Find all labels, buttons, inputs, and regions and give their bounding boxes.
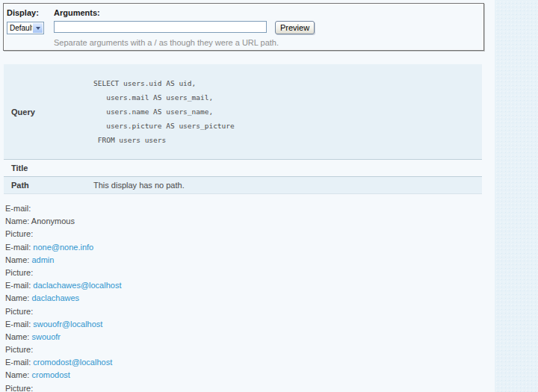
picture-label: Picture:	[5, 307, 33, 316]
display-select-value: Defaults	[7, 24, 32, 32]
name-label: Name:	[5, 217, 31, 225]
info-row-value	[93, 160, 482, 177]
arguments-column: Arguments: Preview Separate arguments wi…	[54, 8, 477, 50]
result-field-name: Name: daclachawes	[5, 292, 489, 305]
email-label: E-mail:	[5, 358, 33, 367]
picture-label: Picture:	[5, 384, 33, 392]
name-label: Name:	[5, 332, 31, 341]
email-label: E-mail:	[5, 243, 33, 252]
name-value: Anonymous	[31, 217, 75, 225]
result-field-email: E-mail: daclachawes@localhost	[5, 279, 489, 292]
info-row-label: Query	[4, 64, 93, 160]
display-column: Display: Defaults	[7, 8, 54, 50]
arguments-input[interactable]	[54, 21, 267, 33]
info-table-row-title: Title	[4, 160, 482, 177]
email-link[interactable]: swouofr@localhost	[33, 320, 102, 329]
result-field-name: Name: admin	[5, 254, 489, 267]
preview-controls-fieldset: Display: Defaults Arguments: Preview Sep…	[3, 3, 484, 51]
info-row-label: Title	[4, 160, 93, 177]
arguments-label: Arguments:	[54, 8, 477, 18]
result-field-email: E-mail:	[5, 202, 489, 215]
view-info-table: QuerySELECT users.uid AS uid, users.mail…	[4, 64, 482, 194]
select-dropdown-button[interactable]	[32, 22, 43, 34]
email-link[interactable]: cromodost@localhost	[33, 358, 112, 367]
result-field-email: E-mail: none@none.info	[5, 241, 489, 254]
name-link[interactable]: swouofr	[31, 332, 61, 341]
result-field-picture: Picture:	[5, 343, 489, 356]
result-field-email: E-mail: cromodost@localhost	[5, 356, 489, 369]
arguments-row: Preview	[54, 21, 477, 34]
result-field-picture: Picture:	[5, 228, 489, 240]
views-preview-page: Display: Defaults Arguments: Preview Sep…	[0, 0, 538, 392]
preview-button[interactable]: Preview	[275, 21, 315, 34]
name-label: Name:	[5, 293, 31, 302]
result-field-name: Name: swouofr	[5, 331, 489, 343]
result-field-picture: Picture:	[5, 267, 489, 279]
query-sql: SELECT users.uid AS uid, users.mail AS u…	[93, 76, 482, 147]
result-field-email: E-mail: swouofr@localhost	[5, 318, 489, 331]
page-background-texture	[495, 0, 538, 392]
email-link[interactable]: none@none.info	[33, 243, 93, 252]
preview-results-list: E-mail: Name: AnonymousPicture: E-mail: …	[5, 202, 489, 392]
info-row-value: This display has no path.	[93, 177, 482, 194]
result-field-picture: Picture:	[5, 382, 489, 392]
content-area: Display: Defaults Arguments: Preview Sep…	[0, 0, 495, 392]
info-table-row-query: QuerySELECT users.uid AS uid, users.mail…	[4, 64, 482, 160]
name-link[interactable]: daclachawes	[31, 293, 79, 302]
email-label: E-mail:	[5, 320, 33, 329]
email-label: E-mail:	[5, 204, 31, 213]
picture-label: Picture:	[5, 268, 33, 277]
email-link[interactable]: daclachawes@localhost	[33, 281, 121, 290]
result-field-name: Name: cromodost	[5, 369, 489, 382]
name-link[interactable]: cromodost	[31, 370, 69, 379]
result-field-picture: Picture:	[5, 305, 489, 318]
picture-label: Picture:	[5, 229, 33, 238]
name-label: Name:	[5, 255, 31, 264]
name-label: Name:	[5, 370, 31, 379]
info-row-label: Path	[4, 177, 93, 194]
picture-label: Picture:	[5, 345, 33, 354]
chevron-down-icon	[36, 27, 40, 30]
result-field-name: Name: Anonymous	[5, 215, 489, 228]
info-row-value: SELECT users.uid AS uid, users.mail AS u…	[93, 64, 482, 160]
email-label: E-mail:	[5, 281, 33, 290]
name-link[interactable]: admin	[31, 255, 54, 264]
display-label: Display:	[7, 8, 54, 18]
display-select[interactable]: Defaults	[7, 22, 44, 34]
arguments-description: Separate arguments with a / as though th…	[54, 38, 477, 47]
info-table-row-path: PathThis display has no path.	[4, 177, 482, 194]
